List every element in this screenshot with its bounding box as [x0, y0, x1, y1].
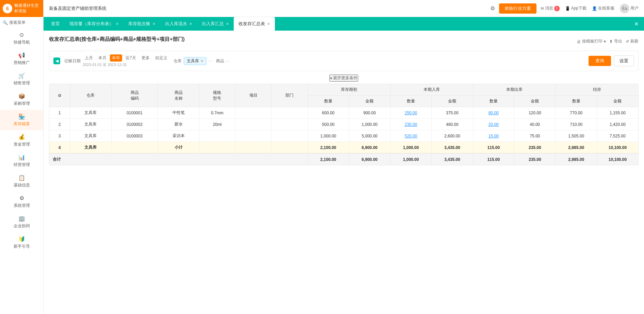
date-btn-prev-month[interactable]: 上月 — [83, 54, 95, 62]
sidebar-item-basic[interactable]: 📋 基础信息 — [0, 171, 43, 192]
date-btn-this-year[interactable]: 本年 — [110, 54, 122, 62]
sidebar-item-inventory[interactable]: 🏪 库存核算 — [0, 110, 43, 130]
cell-close-amt: 7,525.00 — [597, 130, 638, 142]
export-btn[interactable]: ⬆ 导出 — [609, 38, 622, 44]
settings-button[interactable]: 设置 — [614, 55, 634, 66]
tab-bar: 首页 现存量（库存分布表） ✕ 库存批次账 ✕ 出入库流水 ✕ 出入库汇总 ✕ … — [44, 17, 644, 31]
date-range-text: 2023-01-01 至 2023-12-31 — [83, 62, 169, 67]
tab-batch-ledger[interactable]: 库存批次账 ✕ — [123, 17, 160, 31]
cell-spec: 20ml — [199, 119, 235, 130]
page-header: 收发存汇总表(按仓库+商品编码+商品+规格型号+项目+部门) 🖨 按模板打印 ▾… — [49, 36, 639, 47]
sales-icon: 🛒 — [18, 72, 25, 79]
topbar: 装备及固定资产辅助管理系统 ⚙ 体验行业方案 ✉ 消息 6 📱 App下载 👤 … — [44, 0, 644, 17]
refresh-icon: ↺ — [626, 39, 629, 44]
sidebar-item-marketing[interactable]: 📢 营销推广 — [0, 49, 43, 69]
tab-close-icon[interactable]: ✕ — [189, 22, 192, 26]
link-cell[interactable]: 20.00 — [489, 122, 499, 127]
footer-close-qty: 2,985.00 — [556, 153, 597, 165]
message-btn[interactable]: ✉ 消息 6 — [541, 5, 560, 11]
refresh-btn[interactable]: ↺ 刷新 — [626, 38, 639, 44]
sidebar-item-purchase[interactable]: 📦 采购管理 — [0, 89, 43, 110]
link-cell[interactable]: 230.00 — [404, 122, 417, 127]
th-close-qty: 数量 — [556, 96, 597, 107]
system-title: 装备及固定资产辅助管理系统 — [49, 5, 486, 12]
date-btn-more[interactable]: 更多 — [139, 54, 152, 62]
cell-out-amt: 75.00 — [514, 130, 556, 142]
expand-conditions-btn[interactable]: ▾ 展开更多条件 — [329, 75, 358, 82]
date-btn-7days[interactable]: 近7天 — [123, 54, 138, 62]
cell-no: 2 — [49, 119, 70, 130]
cell-in-amt: 3,435.00 — [432, 142, 473, 154]
tab-inventory-dist[interactable]: 现存量（库存分布表） ✕ — [65, 17, 123, 31]
tab-home[interactable]: 首页 — [46, 17, 65, 31]
print-icon: 🖨 — [577, 39, 581, 44]
cell-open-qty: 500.00 — [308, 119, 349, 130]
cell-open-qty: 1,000.00 — [308, 130, 349, 142]
link-cell[interactable]: 80.00 — [489, 111, 499, 115]
cell-product: 胶水 — [158, 119, 199, 130]
product-more-btn[interactable]: ··· — [226, 59, 230, 63]
cell-in-amt: 375.00 — [432, 107, 473, 119]
filter-toggle-btn[interactable]: ◀ — [53, 57, 60, 64]
cell-out-qty: 80.00 — [473, 107, 514, 119]
inventory-icon: 🏪 — [18, 113, 25, 120]
tab-collect-summary[interactable]: 收发存汇总表 ✕ — [234, 17, 275, 31]
cell-product: 小计 — [158, 142, 199, 154]
cell-close-amt: 1,155.00 — [597, 107, 638, 119]
sidebar-item-guide[interactable]: 🔰 新手引导 — [0, 232, 43, 253]
product-filter-group: 商品 ··· — [216, 58, 230, 64]
tab-in-out-summary[interactable]: 出入库汇总 ✕ — [197, 17, 234, 31]
cell-warehouse: 文具库 — [70, 142, 111, 154]
cell-project — [235, 119, 271, 130]
tab-in-out-flow[interactable]: 出入库流水 ✕ — [160, 17, 197, 31]
cell-out-qty: 115.00 — [473, 142, 514, 154]
cell-code: 0100001 — [111, 107, 158, 119]
message-badge: 6 — [554, 6, 560, 11]
cell-in-qty: 230.00 — [390, 119, 431, 130]
sidebar-item-finance[interactable]: 💰 资金管理 — [0, 130, 43, 151]
warehouse-more-btn[interactable]: ··· — [209, 59, 212, 63]
export-icon: ⬆ — [609, 39, 613, 44]
cell-out-amt: 40.00 — [514, 119, 556, 130]
trial-button[interactable]: 体验行业方案 — [499, 3, 536, 14]
sidebar-item-system[interactable]: ⚙ 系统管理 — [0, 192, 43, 212]
online-service-btn[interactable]: 👤 在线客服 — [592, 5, 614, 11]
tab-close-icon[interactable]: ✕ — [226, 22, 229, 26]
close-all-tabs-btn[interactable]: ✕ — [631, 21, 641, 27]
link-cell[interactable]: 250.00 — [404, 111, 417, 115]
app-download-btn[interactable]: 📱 App下载 — [565, 5, 587, 11]
search-menu[interactable]: 🔍 搜索菜单 — [0, 17, 43, 28]
sidebar-item-enterprise[interactable]: 🏢 企业协同 — [0, 212, 43, 232]
date-btn-custom[interactable]: 自定义 — [153, 54, 169, 62]
expand-row: ▾ 展开更多条件 — [49, 75, 639, 82]
sidebar-item-quick-nav[interactable]: ⊙ 快捷导航 — [0, 28, 43, 49]
sidebar-item-sales[interactable]: 🛒 销售管理 — [0, 69, 43, 89]
tab-close-icon[interactable]: ✕ — [116, 22, 119, 26]
print-template-btn[interactable]: 🖨 按模板打印 ▾ — [577, 38, 606, 44]
th-open-amt: 金额 — [349, 96, 390, 107]
th-open-qty: 数量 — [308, 96, 349, 107]
footer-open-qty: 2,100.00 — [308, 153, 349, 165]
tab-close-icon[interactable]: ✕ — [152, 22, 155, 26]
tab-close-active-icon[interactable]: ✕ — [267, 22, 270, 26]
chevron-down-icon: ▾ — [604, 39, 606, 44]
sidebar-item-operations[interactable]: 📊 经营管理 — [0, 151, 43, 171]
footer-open-amt: 6,900.00 — [349, 153, 390, 165]
warehouse-remove-btn[interactable]: ✕ — [200, 59, 203, 63]
footer-out-qty: 115.00 — [473, 153, 514, 165]
cell-close-qty: 1,505.00 — [556, 130, 597, 142]
purchase-icon: 📦 — [18, 93, 25, 99]
cell-open-amt: 5,000.00 — [349, 130, 390, 142]
link-cell[interactable]: 15.00 — [489, 134, 499, 138]
user-btn[interactable]: Ea 用户 — [620, 4, 639, 13]
warehouse-filter-group: 仓库 文具库 ✕ ··· — [174, 57, 212, 65]
gear-button[interactable]: ⚙ — [490, 5, 495, 12]
cell-spec — [199, 142, 235, 154]
warehouse-label: 仓库 — [174, 58, 182, 64]
query-button[interactable]: 查询 — [589, 56, 611, 66]
link-cell[interactable]: 520.00 — [404, 134, 417, 138]
th-spec: 规格型号 — [199, 84, 235, 107]
cell-warehouse: 文具库 — [70, 107, 111, 119]
cell-product: 中性笔 — [158, 107, 199, 119]
date-btn-this-month[interactable]: 本月 — [96, 54, 109, 62]
